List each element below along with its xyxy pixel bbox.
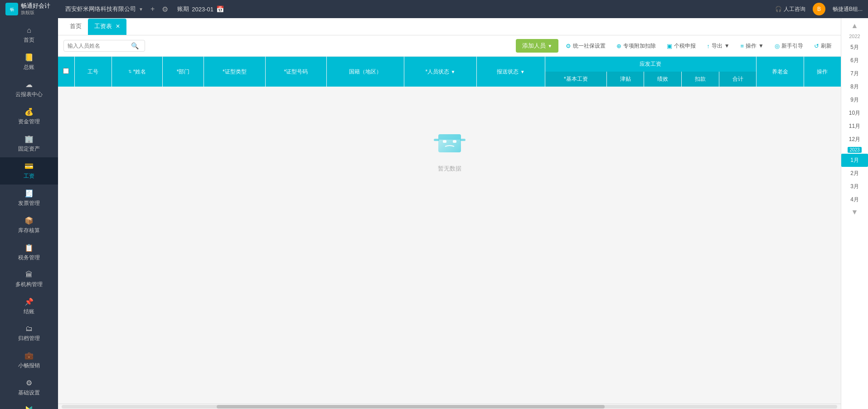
month-2022-09[interactable]: 9月 [841, 93, 868, 107]
scroll-thumb [217, 405, 605, 409]
month-2022-12[interactable]: 12月 [841, 133, 868, 146]
date-down-arrow[interactable]: ▼ [849, 206, 860, 218]
salary-table: 工号 ⇅ *姓名 *部门 *证型类型 *证型号码 国籍（地区） *人员状态 [58, 57, 841, 209]
sidebar-label-salary: 工资 [24, 172, 34, 180]
th-nationality: 国籍（地区） [327, 57, 404, 87]
special-deduct-label: 专项附加扣除 [623, 42, 656, 50]
month-2022-05[interactable]: 5月 [841, 41, 868, 54]
sidebar-item-archive[interactable]: 🗂 归档管理 [0, 320, 58, 347]
sidebar-item-ledger[interactable]: 📒 总账 [0, 49, 58, 76]
empty-icon [432, 123, 468, 159]
add-person-button[interactable]: 添加人员 ▼ [516, 39, 558, 53]
fixed-assets-icon: 🏢 [24, 135, 34, 143]
user-avatar: B [813, 3, 825, 15]
svg-rect-7 [460, 139, 466, 141]
guide-icon: 🔰 [24, 406, 34, 409]
month-2023-01[interactable]: 1月 [841, 154, 868, 167]
empty-text: 暂无数据 [438, 165, 461, 173]
sidebar-label-cloud-report: 云报表中心 [15, 91, 43, 98]
toolbar: 🔍 添加人员 ▼ ⚙ 统一社保设置 ⊕ 专项附加扣除 ▣ 个税申报 ↑ 导出 [58, 35, 841, 57]
sidebar-item-close[interactable]: 📌 结账 [0, 293, 58, 320]
search-wrap: 🔍 [63, 40, 145, 52]
month-2022-10[interactable]: 10月 [841, 107, 868, 120]
main-layout: ⌂ 首页 📒 总账 ☁ 云报表中心 💰 资金管理 🏢 固定资产 💳 工资 🧾 发… [0, 18, 868, 409]
svg-rect-6 [434, 139, 439, 141]
th-id-type: *证型类型 [204, 57, 265, 87]
svg-rect-3 [438, 134, 461, 140]
report-filter-icon[interactable]: ▼ [520, 69, 525, 74]
sidebar-item-fixed-assets[interactable]: 🏢 固定资产 [0, 130, 58, 157]
sidebar-item-fund[interactable]: 💰 资金管理 [0, 103, 58, 130]
sidebar-item-salary[interactable]: 💳 工资 [0, 157, 58, 185]
sidebar-label-home: 首页 [24, 36, 34, 44]
calendar-icon[interactable]: 📅 [216, 5, 224, 13]
search-input[interactable] [68, 43, 131, 49]
user-name: 畅捷通B组... [833, 5, 863, 13]
search-icon: 🔍 [131, 42, 139, 49]
social-security-label: 统一社保设置 [573, 42, 606, 50]
year-2022-label: 2022 [849, 32, 860, 41]
bottom-scrollbar[interactable] [58, 404, 841, 409]
tab-bar: 首页 工资表 ✕ [58, 18, 841, 35]
sidebar-item-cloud-report[interactable]: ☁ 云报表中心 [0, 76, 58, 103]
tab-home[interactable]: 首页 [63, 19, 88, 35]
svg-rect-5 [453, 140, 456, 143]
period-info: 账期 2023-01 📅 [177, 5, 224, 13]
export-icon: ↑ [707, 43, 710, 49]
settings-icon-button[interactable]: ⚙ [160, 4, 170, 15]
month-2023-02[interactable]: 2月 [841, 167, 868, 180]
company-selector[interactable]: 西安虾米网络科技有限公司 ▼ [65, 5, 143, 13]
sidebar-item-settings[interactable]: ⚙ 基础设置 [0, 374, 58, 401]
svg-rect-4 [443, 140, 446, 143]
sidebar-item-expense[interactable]: 💼 小畅报销 [0, 347, 58, 374]
date-up-arrow[interactable]: ▲ [849, 20, 860, 32]
multi-org-icon: 🏛 [25, 271, 33, 279]
th-allowance: 津贴 [606, 72, 644, 87]
sidebar-item-home[interactable]: ⌂ 首页 [0, 22, 58, 49]
guide-button[interactable]: ◎ 新手引导 [771, 40, 807, 52]
service-button[interactable]: 🎧 人工咨询 [775, 5, 805, 13]
service-label: 人工咨询 [784, 5, 805, 13]
month-2023-03[interactable]: 3月 [841, 180, 868, 193]
social-security-button[interactable]: ⚙ 统一社保设置 [562, 40, 609, 52]
status-filter-icon[interactable]: ▼ [451, 69, 456, 74]
export-button[interactable]: ↑ 导出 ▼ [703, 40, 733, 52]
tab-close-icon[interactable]: ✕ [116, 23, 120, 29]
invoice-icon: 🧾 [24, 189, 34, 198]
empty-state-cell: 暂无数据 [58, 87, 841, 209]
sidebar-label-fixed-assets: 固定资产 [18, 145, 40, 153]
sidebar-label-expense: 小畅报销 [18, 362, 40, 370]
month-2022-06[interactable]: 6月 [841, 54, 868, 67]
sidebar-label-inventory: 库存核算 [18, 227, 40, 234]
app-edition: 旗舰版 [21, 10, 50, 16]
month-2023-04[interactable]: 4月 [841, 193, 868, 206]
scroll-track [62, 405, 837, 409]
sidebar-item-guide[interactable]: 🔰 新手引导 [0, 401, 58, 409]
operate-chevron-icon: ▼ [758, 43, 764, 49]
month-2022-08[interactable]: 8月 [841, 80, 868, 93]
sidebar-item-inventory[interactable]: 📦 库存核算 [0, 212, 58, 239]
company-chevron-icon: ▼ [139, 7, 143, 12]
sidebar-item-multi-org[interactable]: 🏛 多机构管理 [0, 266, 58, 293]
add-company-button[interactable]: + [149, 4, 156, 14]
sidebar-label-archive: 归档管理 [18, 335, 40, 342]
tax-report-button[interactable]: ▣ 个税申报 [663, 40, 699, 52]
sidebar-item-tax[interactable]: 📋 税务管理 [0, 239, 58, 266]
add-person-chevron-icon: ▼ [548, 44, 552, 49]
empty-state: 暂无数据 [58, 87, 841, 209]
special-deduct-button[interactable]: ⊕ 专项附加扣除 [613, 40, 659, 52]
period-label: 账期 [177, 5, 189, 13]
th-checkbox [58, 57, 74, 87]
sidebar-item-invoice[interactable]: 🧾 发票管理 [0, 185, 58, 212]
th-id-no: *证型号码 [265, 57, 326, 87]
settings-nav-icon: ⚙ [26, 379, 32, 387]
tab-salary[interactable]: 工资表 ✕ [88, 19, 126, 35]
operate-button[interactable]: ≡ 操作 ▼ [737, 40, 767, 52]
select-all-checkbox[interactable] [63, 68, 69, 74]
month-2022-07[interactable]: 7月 [841, 67, 868, 80]
th-status: *人员状态 ▼ [404, 57, 477, 87]
tax-report-icon: ▣ [667, 43, 672, 49]
salary-icon: 💳 [24, 162, 34, 170]
month-2022-11[interactable]: 11月 [841, 120, 868, 133]
refresh-button[interactable]: ↺ 刷新 [810, 40, 835, 52]
